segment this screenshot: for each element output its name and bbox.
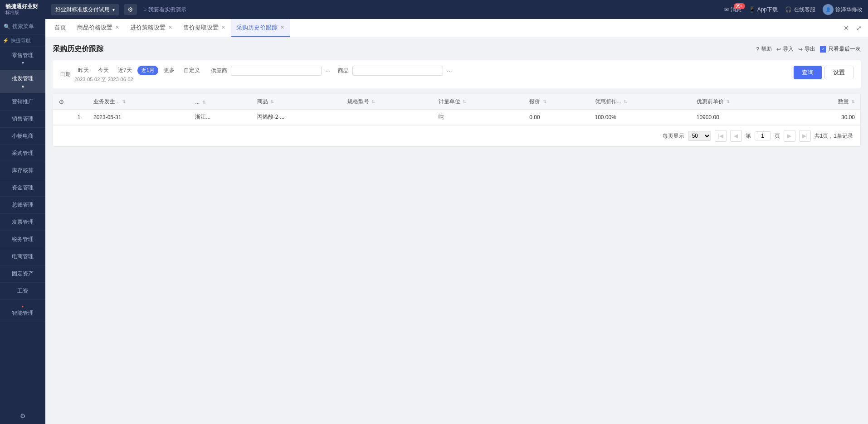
top-bar: 畅捷通好业财 标准版 好业财标准版交付试用 ▾ ⚙ ○ 我要看实例演示 ✉ 消息… xyxy=(0,0,868,19)
supplier-input[interactable] xyxy=(231,66,322,76)
sidebar-item-ecom[interactable]: 小畅电商 xyxy=(0,128,45,145)
td-unit: 吨 xyxy=(433,110,524,125)
sidebar: 🔍 搜索菜单 ⚡ 快捷导航 零售管理 ▾ 批发管理 ▴ 营销推广 销售管理 小畅… xyxy=(0,19,45,424)
date-btn-yesterday[interactable]: 昨天 xyxy=(74,66,93,75)
date-btn-more[interactable]: 更多 xyxy=(160,66,178,75)
settings-btn[interactable]: 设置 xyxy=(824,66,853,79)
goods-more-icon[interactable]: ··· xyxy=(447,67,452,74)
page-prev-btn[interactable]: ◀ xyxy=(730,130,742,142)
sidebar-item-retail[interactable]: 零售管理 ▾ xyxy=(0,47,45,70)
filter-actions: 查询 设置 xyxy=(794,66,853,79)
th-price-label: 报价 xyxy=(529,98,540,105)
avatar-icon: 👤 xyxy=(825,7,831,12)
sidebar-item-marketing[interactable]: 营销推广 xyxy=(0,93,45,111)
tab-sale-extract-close[interactable]: ✕ xyxy=(221,24,225,30)
sort-icon-date: ⇅ xyxy=(122,99,126,104)
query-btn[interactable]: 查询 xyxy=(794,66,822,79)
sidebar-search[interactable]: 🔍 搜索菜单 xyxy=(0,19,45,34)
row-date: 2023-05-31 xyxy=(93,114,121,120)
th-unit-price[interactable]: 优惠前单价 ⇅ xyxy=(691,94,795,110)
th-more[interactable]: ... ⇅ xyxy=(190,94,251,110)
sidebar-settings-btn[interactable]: ⚙ xyxy=(0,408,45,424)
service-icon: 🎧 xyxy=(785,6,792,13)
sidebar-item-sales[interactable]: 销售管理 xyxy=(0,111,45,128)
td-gear xyxy=(53,110,70,125)
th-more-label: ... xyxy=(195,99,200,105)
sidebar-item-wholesale[interactable]: 批发管理 ▴ xyxy=(0,70,45,93)
expand-icon-wholesale: ▴ xyxy=(22,83,24,88)
sidebar-nav[interactable]: ⚡ 快捷导航 xyxy=(0,34,45,47)
page-title: 采购历史价跟踪 xyxy=(53,44,103,54)
main-layout: 🔍 搜索菜单 ⚡ 快捷导航 零售管理 ▾ 批发管理 ▴ 营销推广 销售管理 小畅… xyxy=(0,19,868,424)
th-date[interactable]: 业务发生... ⇅ xyxy=(88,94,190,110)
help-btn[interactable]: ? 帮助 xyxy=(756,45,772,53)
date-btn-today[interactable]: 今天 xyxy=(94,66,112,75)
th-discount[interactable]: 优惠折扣... ⇅ xyxy=(590,94,691,110)
demo-link-text: 我要看实例演示 xyxy=(148,6,186,14)
th-unit-price-label: 优惠前单价 xyxy=(697,98,724,105)
table-settings-icon[interactable]: ⚙ xyxy=(59,98,64,106)
messages-btn[interactable]: ✉ 消息 99+ xyxy=(724,6,741,14)
settings-gear-icon: ⚙ xyxy=(20,412,26,419)
settings-button[interactable]: ⚙ xyxy=(124,4,137,15)
table-row: 1 2023-05-31 浙江... 丙烯酸-2-... xyxy=(53,110,860,125)
product-selector[interactable]: 好业财标准版交付试用 ▾ xyxy=(51,4,119,15)
avatar: 👤 xyxy=(823,4,834,15)
pagination-bar: 每页显示 50 100 200 |◀ ◀ 第 页 ▶ ▶| 共1页，1条记录 xyxy=(53,125,860,146)
tab-purchase-strategy[interactable]: 进价策略设置 ✕ xyxy=(125,19,178,37)
page-next-btn[interactable]: ▶ xyxy=(784,130,795,142)
nav-icon: ⚡ xyxy=(3,38,9,43)
sidebar-item-assets[interactable]: 固定资产 xyxy=(0,265,45,283)
sidebar-item-invoice[interactable]: 发票管理 xyxy=(0,214,45,231)
page-last-btn[interactable]: ▶| xyxy=(799,130,811,142)
date-btn-7days[interactable]: 近7天 xyxy=(114,66,136,75)
goods-input[interactable] xyxy=(352,66,443,76)
th-discount-label: 优惠折扣... xyxy=(595,98,621,105)
sidebar-item-intelligent[interactable]: ● 智能管理 xyxy=(0,300,45,322)
search-icon: 🔍 xyxy=(4,24,10,30)
date-btn-custom[interactable]: 自定义 xyxy=(180,66,204,75)
tab-sale-extract[interactable]: 售价提取设置 ✕ xyxy=(178,19,231,37)
page-first-btn[interactable]: |◀ xyxy=(715,130,727,142)
only-latest-checkbox[interactable]: ✓ 只看最后一次 xyxy=(820,45,861,53)
tab-purchase-strategy-close[interactable]: ✕ xyxy=(168,24,172,30)
sidebar-item-ledger[interactable]: 总账管理 xyxy=(0,197,45,214)
tab-home[interactable]: 首页 xyxy=(49,19,72,37)
row-goods: 丙烯酸-2-... xyxy=(257,114,285,120)
sidebar-item-inventory[interactable]: 库存核算 xyxy=(0,162,45,179)
tab-purchase-history-close[interactable]: ✕ xyxy=(280,24,284,30)
th-unit[interactable]: 计量单位 ⇅ xyxy=(433,94,524,110)
supplier-more-icon[interactable]: ··· xyxy=(325,67,331,74)
demo-icon: ○ xyxy=(143,6,146,13)
th-price[interactable]: 报价 ⇅ xyxy=(524,94,589,110)
page-input[interactable] xyxy=(755,131,771,140)
import-btn[interactable]: ↩ 导入 xyxy=(776,45,794,53)
tab-expand-btn[interactable]: ⤢ xyxy=(853,24,864,33)
user-area[interactable]: 👤 徐泽华修改 xyxy=(823,4,863,15)
date-btn-1month[interactable]: 近1月 xyxy=(137,66,159,75)
sidebar-item-finance-label: 资金管理 xyxy=(12,184,34,192)
sidebar-item-purchase[interactable]: 采购管理 xyxy=(0,145,45,162)
th-spec[interactable]: 规格型号 ⇅ xyxy=(342,94,433,110)
tab-purchase-history[interactable]: 采购历史价跟踪 ✕ xyxy=(231,19,290,37)
online-service-btn[interactable]: 🎧 在线客服 xyxy=(785,6,815,14)
sidebar-item-ecom-label: 小畅电商 xyxy=(12,132,34,140)
sidebar-item-salary[interactable]: 工资 xyxy=(0,283,45,300)
sidebar-item-tax[interactable]: 税务管理 xyxy=(0,231,45,248)
th-qty[interactable]: 数量 ⇅ xyxy=(795,94,860,110)
tab-price-settings-close[interactable]: ✕ xyxy=(115,24,119,30)
td-unit-price: 10900.00 xyxy=(691,110,795,125)
sidebar-item-ecommerce[interactable]: 电商管理 xyxy=(0,248,45,265)
row-unit: 吨 xyxy=(439,114,444,120)
per-page-select[interactable]: 50 100 200 xyxy=(688,131,711,141)
export-btn[interactable]: ↪ 导出 xyxy=(798,45,815,53)
tab-price-settings[interactable]: 商品价格设置 ✕ xyxy=(72,19,125,37)
app-download-btn[interactable]: 📱 App下载 xyxy=(749,6,778,14)
sidebar-item-finance[interactable]: 资金管理 xyxy=(0,179,45,197)
td-date: 2023-05-31 xyxy=(88,110,190,125)
tab-close-all-btn[interactable]: ✕ xyxy=(841,24,852,33)
app-download-label: App下载 xyxy=(757,6,778,14)
demo-link[interactable]: ○ 我要看实例演示 xyxy=(143,6,186,14)
sidebar-item-inventory-label: 库存核算 xyxy=(12,167,34,174)
th-goods[interactable]: 商品 ⇅ xyxy=(252,94,342,110)
